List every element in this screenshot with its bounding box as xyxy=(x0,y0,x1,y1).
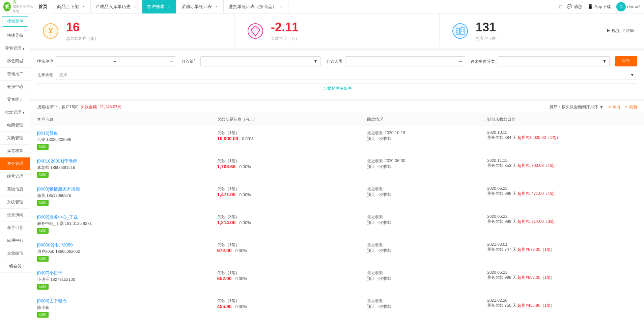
customer-info-cell: [0007]小进干 小进干 18279152100 现销 xyxy=(37,270,217,290)
sidebar-item-enterprise[interactable]: 企业协同 xyxy=(0,209,30,222)
sidebar-item-finance[interactable]: 资金管理 xyxy=(0,157,30,170)
due-date-cell: 2020.06.23 最长欠款 998 天 超期¥1,471.00（1笔） xyxy=(487,186,637,197)
customer-name[interactable]: [000002]用户2050 xyxy=(37,242,217,248)
stat-card-actions: ▶ 视频 ? 帮助 xyxy=(607,28,634,34)
tab-close-produce-history[interactable]: × xyxy=(133,4,137,9)
logo-icon: 畅 xyxy=(3,2,11,11)
search-button[interactable]: 查询 xyxy=(615,56,637,66)
tab-purchase-order[interactable]: 采购订单统计表 × xyxy=(176,0,224,13)
help-button[interactable]: ? 帮助 xyxy=(622,28,634,34)
sidebar-search-area: 搜索菜单 xyxy=(0,13,30,29)
debt-info-cell: 欠款（1笔） 10,000.00 0.00% xyxy=(217,130,367,141)
tab-customer-account[interactable]: 客户账本 × xyxy=(142,0,176,13)
chevron-down-icon: ▼ xyxy=(630,72,634,77)
customer-name[interactable]: [0002]服务中心_丁磊 xyxy=(37,214,217,220)
tab-stock-stats[interactable]: 进货单统计表（按商品） × xyxy=(224,0,288,13)
message-icon: 💬 xyxy=(567,4,572,9)
sidebar-item-ecommerce[interactable]: 电商管理 xyxy=(0,119,30,132)
sidebar-item-retail-stats[interactable]: 零售统计 xyxy=(0,93,30,106)
tab-close-stock-stats[interactable]: × xyxy=(279,4,283,9)
person-input[interactable]: ··· xyxy=(345,56,465,66)
sidebar-item-marketing[interactable]: 营销推广 xyxy=(0,68,30,81)
stat-card-total-customers: 131 总客户（家） ▶ 视频 ? 帮助 xyxy=(440,13,644,48)
category-select[interactable]: ▼ xyxy=(498,56,610,66)
sidebar-item-batch-mgmt[interactable]: 批发管理 ▼ xyxy=(0,106,30,119)
sidebar-item-system[interactable]: 系统管理 xyxy=(0,196,30,209)
table-row: [0001020001]李老师 李老师 18600391516 现销 欠款（1笔… xyxy=(30,154,644,182)
stat-info-overdue-amount: -2.11 欠款合计（万） xyxy=(271,20,429,41)
sidebar-item-basic-info[interactable]: 基础信息 xyxy=(0,183,30,196)
svg-rect-11 xyxy=(461,31,462,32)
return-cell: 最近收款 预计下次收款 xyxy=(367,186,487,198)
sidebar-item-operations[interactable]: 经营管理 xyxy=(0,170,30,183)
chevron-down-icon: ▼ xyxy=(22,111,25,114)
tab-close-purchase-order[interactable]: × xyxy=(214,4,219,9)
return-cell: 最近收款 2020-10-15 预计下次收款 xyxy=(367,130,487,142)
table-row: [0002]服务中心_丁磊 服务中心_丁磊 181 0125 8371 现销 欠… xyxy=(30,210,644,238)
due-date-cell: 2020.06.23 最长欠款 998 天 超期¥1,214.00（3笔） xyxy=(487,214,637,225)
due-date-cell: 2020.11.15 最长欠款 853 天 超期¥1,703.68（1笔） xyxy=(487,158,637,169)
debt-info-cell: 欠款（1笔） 455.90 0.00% xyxy=(217,298,367,309)
debt-info-cell: 欠款（1笔） 672.00 0.00% xyxy=(217,242,367,253)
refresh-icon: ↺ xyxy=(624,105,628,110)
building-icon xyxy=(450,21,470,41)
tab-product-off[interactable]: 商品上下架 × xyxy=(52,0,91,13)
search-menu-button[interactable]: 搜索菜单 xyxy=(2,16,28,27)
collapse-button[interactable]: ∧ 收起更多条件 xyxy=(37,83,637,93)
table-container: 客户信息 欠款交易信息（占比） 回款情况 到期未收款日期 [0016]吕俊 吕俊… xyxy=(30,113,644,324)
customer-name[interactable]: [0003]畅捷服务尹海燕 xyxy=(37,186,217,192)
table-row: [0016]吕俊 吕俊 13026203696 现销 欠款（1笔） 10,000… xyxy=(30,126,644,154)
overdue-amount-label: 欠款合计（万） xyxy=(271,36,429,41)
due-date-cell: 2021.02.26 最长欠款 750 天 超期¥455.90（1笔） xyxy=(487,298,637,308)
sidebar-item-inventory[interactable]: 库存核算 xyxy=(0,145,30,157)
col-return: 回款情况 xyxy=(367,117,487,122)
sort-icon: ▼ xyxy=(599,105,604,110)
user-menu[interactable]: D demo2 xyxy=(616,2,641,11)
table-row: [0003]畅捷服务尹海燕 海燕 18513066976 现销 欠款（1笔） 1… xyxy=(30,182,644,210)
customer-name[interactable]: [0007]小进干 xyxy=(37,270,217,276)
top-right: 💬 消息 📱 App下载 D demo2 xyxy=(567,2,641,11)
sidebar-item-member-center[interactable]: 会员中心 xyxy=(0,81,30,93)
stat-card-overdue-customers: ¥ 16 总欠款客户（家） xyxy=(30,13,235,48)
debt-info-cell: 欠款（1笔） 1,703.68 0.00% xyxy=(217,158,367,169)
tab-home[interactable]: 首页 xyxy=(34,0,52,13)
sidebar-item-guide[interactable]: 新手引导 xyxy=(0,222,30,234)
svg-rect-10 xyxy=(463,29,464,30)
sidebar-item-apps[interactable]: 应用中心 xyxy=(0,234,30,247)
video-button[interactable]: ▶ 视频 xyxy=(607,28,620,34)
customer-info-cell: [0003]畅捷服务尹海燕 海燕 18513066976 现销 xyxy=(37,186,217,206)
diamond-icon xyxy=(245,21,265,41)
main-area: 搜索菜单 快捷导航 零售管理 ▲ 零售商城 营销推广 会员中心 零售统计 批发管… xyxy=(0,13,644,324)
customer-name[interactable]: [0016]吕俊 xyxy=(37,130,217,136)
message-button[interactable]: 💬 消息 xyxy=(567,4,582,10)
app-download-button[interactable]: 📱 App下载 xyxy=(588,4,611,10)
sidebar-item-wechat[interactable]: 企业微信 xyxy=(0,247,30,260)
balance-select[interactable]: 选择... ▼ xyxy=(56,70,637,80)
overdue-amount-number: -2.11 xyxy=(271,20,429,34)
sidebar-item-purchase-mgmt[interactable]: 采购管理 xyxy=(0,132,30,145)
customer-name[interactable]: [0006]去下粮仓 xyxy=(37,298,217,304)
tab-produce-history[interactable]: 产成品入库单历史 × xyxy=(91,0,142,13)
sidebar-item-retail-mgmt[interactable]: 零售管理 ▲ xyxy=(0,42,30,55)
maximize-button[interactable]: □ xyxy=(557,3,564,10)
refresh-button[interactable]: ↺ 刷新 xyxy=(624,104,637,110)
sidebar-item-retail-mall[interactable]: 零售商城 xyxy=(0,55,30,68)
tab-close-product-off[interactable]: × xyxy=(81,4,86,9)
debt-info-cell: 欠款（1笔） 1,471.00 0.00% xyxy=(217,186,367,197)
export-button[interactable]: ↗ 导出 xyxy=(608,104,620,110)
overdue-customers-label: 总欠款客户（家） xyxy=(66,36,224,41)
sidebar-item-vip[interactable]: 畅会员 xyxy=(0,260,30,273)
customer-name[interactable]: [0001020001]李老师 xyxy=(37,158,217,164)
tab-close-customer-account[interactable]: × xyxy=(167,4,171,9)
svg-rect-12 xyxy=(463,31,464,32)
sort-button[interactable]: 排序：按欠款金额倒序排序 ▼ xyxy=(550,104,604,110)
chevron-down-icon: ▼ xyxy=(603,59,607,64)
minimize-button[interactable]: ─ xyxy=(548,3,555,10)
total-customers-label: 总客户（家） xyxy=(476,36,601,41)
window-controls: ─ □ xyxy=(548,3,567,10)
source-unit-input[interactable]: ··· xyxy=(56,56,176,66)
svg-point-4 xyxy=(453,24,468,38)
result-actions: 排序：按欠款金额倒序排序 ▼ ↗ 导出 ↺ 刷新 xyxy=(550,104,637,110)
dept-select[interactable]: ▼ xyxy=(200,56,320,66)
filter-category: 往来单位分类 ▼ xyxy=(471,56,610,66)
